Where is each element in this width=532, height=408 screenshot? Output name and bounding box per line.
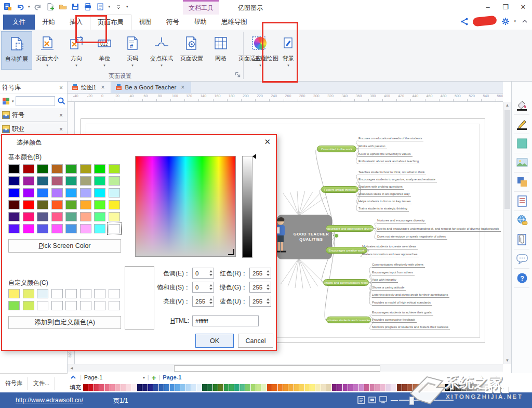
custom-color-swatch[interactable]	[8, 289, 20, 298]
close-button[interactable]: ✕	[514, 0, 532, 14]
mindmap-branch[interactable]: Encourages creative work	[326, 247, 367, 254]
mindmap-leaf[interactable]: Discusses ideas in an organized way	[358, 192, 411, 197]
edrawsoft-link[interactable]: http://www.edrawsoft.cn/	[16, 397, 83, 404]
ribbon-item-grid[interactable]: 网格	[207, 31, 235, 69]
symbol-search-input[interactable]	[16, 96, 55, 106]
spinbox[interactable]: 255	[249, 296, 271, 307]
minimize-button[interactable]: –	[479, 0, 497, 14]
basic-color-swatch[interactable]	[51, 200, 63, 209]
zoom-slider-handle[interactable]	[409, 397, 414, 405]
spin-down-icon[interactable]	[267, 288, 270, 290]
document-tab[interactable]: 绘图1×	[68, 82, 111, 93]
mindmap-leaf[interactable]: Communicates effectively with others	[372, 263, 425, 268]
fill-color-swatch[interactable]	[424, 384, 429, 391]
document-tab[interactable]: Be a Good Teacher×	[111, 82, 191, 93]
mindmap-leaf[interactable]: Does not stereotype or speak negatively …	[377, 235, 447, 240]
basic-color-swatch[interactable]	[37, 164, 48, 174]
fill-color-swatch[interactable]	[153, 384, 158, 391]
basic-color-swatch[interactable]	[8, 212, 20, 221]
section-close-icon[interactable]: ×	[57, 112, 65, 119]
print-icon[interactable]	[84, 2, 92, 11]
mindmap-leaf[interactable]: Works with passion	[358, 144, 387, 149]
fill-color-swatch[interactable]	[278, 384, 283, 391]
mindmap-leaf[interactable]: Listening deeply and giving credit for t…	[372, 293, 449, 298]
collapse-pages-icon[interactable]	[69, 373, 77, 382]
horizontal-ruler[interactable]: -40-200204060801001201401601802002202402…	[68, 94, 503, 102]
spinner-arrows-icon[interactable]	[208, 298, 214, 304]
basic-color-swatch[interactable]	[23, 188, 34, 198]
basic-color-swatch[interactable]	[109, 224, 120, 233]
spinner-arrows-icon[interactable]	[265, 270, 271, 276]
ribbon-item-units[interactable]: 012单位▾	[90, 31, 118, 69]
horizontal-scroll-thumb[interactable]	[174, 365, 380, 372]
custom-color-swatch[interactable]	[37, 289, 48, 298]
html-color-input[interactable]: #ffffff	[192, 315, 259, 326]
mindmap-leaf[interactable]: Trains students in strategic thinking	[358, 207, 409, 212]
spinbox[interactable]: 0	[192, 268, 214, 279]
fill-color-swatch[interactable]	[305, 384, 310, 391]
collapse-dot[interactable]	[334, 233, 339, 238]
spin-up-icon[interactable]	[209, 298, 212, 300]
notes-icon[interactable]	[516, 195, 528, 207]
view-normal-icon[interactable]	[357, 396, 365, 405]
view-present-icon[interactable]	[379, 396, 387, 405]
basic-color-swatch[interactable]	[23, 212, 34, 221]
tab-符号[interactable]: 符号	[159, 15, 187, 30]
export-caret-icon[interactable]: ▾	[109, 5, 111, 8]
fill-color-swatch[interactable]	[434, 384, 439, 391]
basic-color-swatch[interactable]	[23, 176, 34, 186]
fill-color-swatch[interactable]	[315, 384, 320, 391]
search-icon[interactable]	[57, 97, 65, 106]
redo-icon[interactable]	[34, 2, 43, 11]
fill-color-swatch[interactable]	[240, 384, 245, 391]
basic-color-swatch[interactable]	[109, 164, 120, 174]
spin-down-icon[interactable]	[209, 288, 212, 290]
fill-color-swatch[interactable]	[99, 384, 104, 391]
library-picker-icon[interactable]	[2, 97, 10, 106]
basic-color-swatch[interactable]	[80, 224, 91, 233]
basic-color-swatch[interactable]	[80, 164, 91, 174]
mindmap-branch[interactable]: Committed to the work	[317, 146, 356, 152]
basic-color-swatch[interactable]	[94, 176, 105, 186]
add-page-button[interactable]: +	[152, 374, 156, 381]
spinbox[interactable]: 255	[192, 296, 214, 307]
fill-color-swatch[interactable]	[288, 384, 293, 391]
fill-color-swatch[interactable]	[261, 384, 266, 391]
fill-color-swatch[interactable]	[461, 384, 466, 391]
fill-color-swatch[interactable]	[472, 384, 477, 391]
basic-color-swatch[interactable]	[109, 176, 120, 186]
fill-color-swatch[interactable]	[380, 384, 385, 391]
fill-color-swatch[interactable]	[343, 384, 348, 391]
tab-思维导图[interactable]: 思维导图	[214, 15, 255, 30]
custom-color-swatch[interactable]	[65, 301, 77, 310]
basic-color-swatch[interactable]	[65, 164, 77, 174]
fill-color-swatch[interactable]	[180, 384, 185, 391]
symbol-panel-close-icon[interactable]: ×	[57, 84, 65, 91]
fill-tool-icon[interactable]	[516, 99, 528, 111]
spin-down-icon[interactable]	[267, 302, 270, 304]
maximize-button[interactable]: ❒	[497, 0, 514, 14]
export-icon[interactable]	[96, 2, 105, 11]
custom-color-swatch[interactable]	[51, 289, 63, 298]
ribbon-item-page-number[interactable]: #页码▾	[118, 31, 147, 69]
dialog-title-bar[interactable]: 选择颜色 ✕	[2, 135, 276, 149]
fill-color-swatch[interactable]	[483, 384, 488, 391]
ribbon-item-crosspoint[interactable]: 交点样式▾	[147, 31, 177, 69]
zoom-slider-track[interactable]	[399, 400, 454, 401]
value-slider-arrow[interactable]	[252, 154, 256, 159]
shape-swatch-icon[interactable]	[516, 137, 528, 150]
library-picker-caret-icon[interactable]: ▾	[12, 99, 14, 103]
basic-color-swatch[interactable]	[94, 224, 105, 233]
basic-color-swatch[interactable]	[37, 224, 48, 233]
page-name-label[interactable]: Page-1	[163, 374, 181, 380]
basic-color-swatch[interactable]	[37, 176, 48, 186]
fill-color-swatch[interactable]	[159, 384, 164, 391]
fill-color-swatch[interactable]	[478, 384, 483, 391]
spinner-arrows-icon[interactable]	[265, 284, 271, 290]
basic-color-swatch[interactable]	[51, 164, 63, 174]
spin-down-icon[interactable]	[209, 302, 212, 304]
basic-color-swatch[interactable]	[23, 164, 34, 174]
ribbon-item-background[interactable]: 背景▾	[274, 31, 302, 69]
layers-icon[interactable]	[516, 176, 528, 188]
basic-color-swatch[interactable]	[8, 164, 20, 174]
